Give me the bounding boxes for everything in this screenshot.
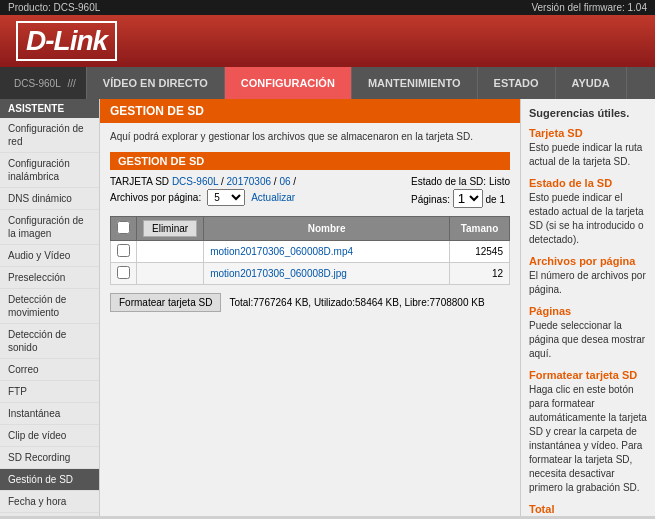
content-area: GESTION DE SD Aquí podrá explorar y gest…	[100, 99, 520, 516]
table-row: motion20170306_060008D.mp4 12545	[111, 241, 510, 263]
right-panel-title: Sugerencias útiles.	[529, 107, 647, 119]
right-panel: Sugerencias útiles. Tarjeta SD Esto pued…	[520, 99, 655, 516]
sidebar-item-snapshot[interactable]: Instantánea	[0, 403, 99, 425]
rp-heading-sd: Tarjeta SD	[529, 127, 647, 139]
format-row: Formatear tarjeta SD Total:7767264 KB, U…	[110, 293, 510, 312]
sidebar-item-motion[interactable]: Detección de movimiento	[0, 289, 99, 324]
sidebar-item-network[interactable]: Configuración de red	[0, 118, 99, 153]
row2-empty	[137, 263, 204, 285]
sd-status-value: Listo	[489, 176, 510, 187]
row1-link[interactable]: motion20170306_060008D.mp4	[210, 246, 353, 257]
sidebar-item-sound[interactable]: Detección de sonido	[0, 324, 99, 359]
update-link[interactable]: Actualizar	[251, 192, 295, 203]
sd-link-date[interactable]: 20170306	[227, 176, 272, 187]
row2-check	[111, 263, 137, 285]
rp-heading-total: Total	[529, 503, 647, 515]
col-delete: Eliminar	[137, 217, 204, 241]
rp-text-format: Haga clic en este botón para formatear a…	[529, 383, 647, 495]
nav-model: DCS-960L ///	[0, 67, 87, 99]
sd-path: TARJETA SD DCS-960L / 20170306 / 06 /	[110, 176, 296, 187]
nav-maintenance[interactable]: MANTENIMIENTO	[352, 67, 478, 99]
sidebar: ASISTENTE Configuración de red Configura…	[0, 99, 100, 516]
rp-heading-sdstatus: Estado de la SD	[529, 177, 647, 189]
file-table: Eliminar Nombre Tamano motion20170306_06…	[110, 216, 510, 285]
table-row: motion20170306_060008D.jpg 12	[111, 263, 510, 285]
row1-name: motion20170306_060008D.mp4	[204, 241, 450, 263]
nav-separator: ///	[65, 78, 76, 89]
nav-model-text: DCS-960L	[14, 78, 61, 89]
col-size: Tamano	[450, 217, 510, 241]
row1-empty	[137, 241, 204, 263]
sidebar-item-mail[interactable]: Correo	[0, 359, 99, 381]
nav-help[interactable]: AYUDA	[556, 67, 627, 99]
sidebar-item-wireless[interactable]: Configuración inalámbrica	[0, 153, 99, 188]
section-header: GESTION DE SD	[100, 99, 520, 123]
sidebar-item-audio[interactable]: Audio y Vídeo	[0, 245, 99, 267]
rp-text-filesperpage: El número de archivos por página.	[529, 269, 647, 297]
sd-info-right: Estado de la SD: Listo Páginas: 1 de 1	[411, 176, 510, 212]
rp-text-pages: Puede seleccionar la página que desea mo…	[529, 319, 647, 361]
dlink-logo: D-Link	[16, 21, 117, 61]
total-info: Total:7767264 KB, Utilizado:58464 KB, Li…	[229, 297, 484, 308]
nav-status[interactable]: ESTADO	[478, 67, 556, 99]
sd-label: TARJETA SD	[110, 176, 172, 187]
row2-link[interactable]: motion20170306_060008D.jpg	[210, 268, 347, 279]
top-bar: Producto: DCS-960L Versión del firmware:…	[0, 0, 655, 15]
sub-section-header: GESTION DE SD	[110, 152, 510, 170]
check-row2[interactable]	[117, 266, 130, 279]
delete-button[interactable]: Eliminar	[143, 220, 197, 237]
rp-heading-filesperpage: Archivos por página	[529, 255, 647, 267]
sd-link-folder[interactable]: 06	[279, 176, 290, 187]
rp-text-sd: Esto puede indicar la ruta actual de la …	[529, 141, 647, 169]
sidebar-item-clip[interactable]: Clip de vídeo	[0, 425, 99, 447]
row2-size: 12	[450, 263, 510, 285]
pages-label: Páginas:	[411, 194, 453, 205]
files-per-page-label: Archivos por página:	[110, 192, 201, 203]
sidebar-item-ftp[interactable]: FTP	[0, 381, 99, 403]
sd-status: Estado de la SD: Listo	[411, 176, 510, 187]
row2-name: motion20170306_060008D.jpg	[204, 263, 450, 285]
sd-info: TARJETA SD DCS-960L / 20170306 / 06 / Ar…	[110, 176, 510, 212]
sidebar-item-sdrecording[interactable]: SD Recording	[0, 447, 99, 469]
rp-heading-format: Formatear tarjeta SD	[529, 369, 647, 381]
product-label: Producto: DCS-960L	[8, 2, 100, 13]
files-per-page-select[interactable]: 5 10 20	[207, 189, 245, 206]
col-name: Nombre	[204, 217, 450, 241]
rp-text-sdstatus: Esto puede indicar el estado actual de l…	[529, 191, 647, 247]
sidebar-item-preset[interactable]: Preselección	[0, 267, 99, 289]
row1-size: 12545	[450, 241, 510, 263]
sd-status-label: Estado de la SD:	[411, 176, 489, 187]
sidebar-item-dns[interactable]: DNS dinámico	[0, 188, 99, 210]
sidebar-section: ASISTENTE	[0, 99, 99, 118]
sd-controls: Archivos por página: 5 10 20 Actualizar	[110, 189, 296, 206]
sd-info-left: TARJETA SD DCS-960L / 20170306 / 06 / Ar…	[110, 176, 296, 212]
sidebar-item-datetime[interactable]: Fecha y hora	[0, 491, 99, 513]
pages-info: Páginas: 1 de 1	[411, 189, 510, 208]
rp-heading-pages: Páginas	[529, 305, 647, 317]
col-check	[111, 217, 137, 241]
main-layout: ASISTENTE Configuración de red Configura…	[0, 99, 655, 516]
sd-link-model[interactable]: DCS-960L	[172, 176, 218, 187]
pages-select[interactable]: 1	[453, 189, 483, 208]
nav-config[interactable]: CONFIGURACIÓN	[225, 67, 352, 99]
content-inner: Aquí podrá explorar y gestionar los arch…	[100, 123, 520, 320]
row1-check	[111, 241, 137, 263]
nav-bar: DCS-960L /// VÍDEO EN DIRECTO CONFIGURAC…	[0, 67, 655, 99]
check-all[interactable]	[117, 221, 130, 234]
header: D-Link	[0, 15, 655, 67]
pages-of: de 1	[486, 194, 505, 205]
sidebar-item-sdmanage[interactable]: Gestión de SD	[0, 469, 99, 491]
sd-sep3: /	[293, 176, 296, 187]
firmware-label: Versión del firmware: 1.04	[531, 2, 647, 13]
sidebar-item-image[interactable]: Configuración de la imagen	[0, 210, 99, 245]
intro-text: Aquí podrá explorar y gestionar los arch…	[110, 131, 510, 142]
format-button[interactable]: Formatear tarjeta SD	[110, 293, 221, 312]
check-row1[interactable]	[117, 244, 130, 257]
nav-live[interactable]: VÍDEO EN DIRECTO	[87, 67, 225, 99]
